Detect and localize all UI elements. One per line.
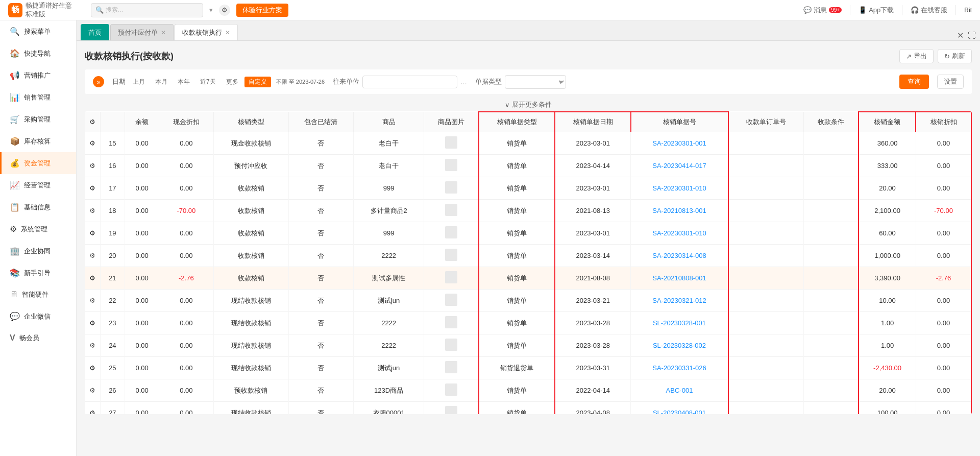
cell-receipt-order [728,222,804,245]
partner-input[interactable] [362,76,457,88]
logo-icon: 畅 [8,3,22,17]
cell-doc-no[interactable]: ABC-001 [631,379,728,402]
online-service-btn[interactable]: 🎧 在线客服 [911,6,947,15]
cell-doc-no[interactable]: SA-20230414-017 [631,155,728,177]
th-doc-date: 核销单据日期 [555,112,631,132]
sidebar-item-purchase[interactable]: 🛒 采购管理 [0,108,76,130]
custom-option[interactable]: 自定义 [244,77,271,87]
settings-button[interactable]: 设置 [937,75,964,89]
cell-cash-discount: -70.00 [159,200,213,222]
cell-writeoff-type: 收款核销 [213,267,288,290]
cell-receipt-order [728,177,804,200]
cell-doc-no[interactable]: SA-20230301-010 [631,177,728,200]
cell-settings[interactable]: ⚙ [85,200,100,222]
close-window-btn[interactable]: ✕ [957,31,964,40]
expand-more-conditions[interactable]: ∨ 展开更多条件 [85,98,972,111]
sidebar-item-search[interactable]: 🔍 搜索菜单 [0,20,76,42]
gear-button[interactable]: ⚙ [219,5,230,16]
cell-doc-no[interactable]: SL-20230408-001 [631,402,728,415]
cell-balance: 0.00 [125,132,159,155]
expand-icon: » [96,78,100,86]
tab-home[interactable]: 首页 [81,24,109,40]
messages-btn[interactable]: 💬 消息 99+ [803,6,842,15]
cell-include-settled: 否 [288,245,353,267]
sidebar-item-inventory[interactable]: 📦 库存核算 [0,130,76,152]
sidebar-item-quicknav[interactable]: 🏠 快捷导航 [0,42,76,64]
tab-receipt-writeoff[interactable]: 收款核销执行 ✕ [175,24,238,40]
cell-goods-img [424,245,479,267]
last-7days-option[interactable]: 近7天 [196,77,220,87]
cell-writeoff-type: 收款核销 [213,222,288,245]
cell-doc-no[interactable]: SA-20230331-026 [631,357,728,379]
cell-doc-no[interactable]: SL-20230328-002 [631,334,728,357]
sidebar-item-basic-info[interactable]: 📋 基础信息 [0,196,76,218]
solution-button[interactable]: 休验行业方案 [236,4,288,17]
sidebar-item-system[interactable]: ⚙ 系统管理 [0,218,76,240]
cell-include-settled: 否 [288,402,353,415]
cell-settings[interactable]: ⚙ [85,155,100,177]
cell-doc-no[interactable]: SA-20230314-008 [631,245,728,267]
top-search[interactable]: 🔍 搜索... [91,3,203,17]
sidebar-item-label: 企业微信 [24,312,51,321]
cell-doc-no[interactable]: SA-20210813-001 [631,200,728,222]
cell-settings[interactable]: ⚙ [85,312,100,334]
cell-goods: 测试jun [354,290,424,312]
sidebar-item-finance[interactable]: 💰 资金管理 [0,152,76,174]
cell-include-settled: 否 [288,379,353,402]
filter-expand-button[interactable]: » [93,76,104,87]
cell-goods: 999 [354,222,424,245]
th-cash-discount: 现金折扣 [159,112,213,132]
query-button[interactable]: 查询 [899,75,929,89]
refresh-button[interactable]: ↻ 刷新 [938,49,972,63]
cell-settings[interactable]: ⚙ [85,222,100,245]
sidebar-item-vip[interactable]: V 畅会员 [0,327,76,349]
this-month-option[interactable]: 本月 [151,77,172,87]
cell-doc-no[interactable]: SL-20230328-001 [631,312,728,334]
prepay-tab-close[interactable]: ✕ [161,29,166,36]
dropdown-arrow[interactable]: ▾ [209,6,213,14]
sidebar-item-wechat[interactable]: 💬 企业微信 [0,305,76,327]
cell-settings[interactable]: ⚙ [85,132,100,155]
sidebar-item-marketing[interactable]: 📢 营销推广 [0,64,76,86]
sidebar-item-smart-hw[interactable]: 🖥 智能硬件 [0,284,76,305]
cell-cash-discount: 0.00 [159,155,213,177]
message-icon: 💬 [803,6,812,14]
cell-cash-discount: 0.00 [159,402,213,415]
maximize-window-btn[interactable]: ⛶ [968,31,976,40]
cell-settings[interactable]: ⚙ [85,177,100,200]
cell-settings[interactable]: ⚙ [85,245,100,267]
receipt-tab-close[interactable]: ✕ [225,29,230,36]
sidebar-item-beginner[interactable]: 📚 新手引导 [0,262,76,284]
cell-doc-no[interactable]: SA-20230301-010 [631,222,728,245]
cell-receipt-cond [804,379,859,402]
cell-doc-no[interactable]: SA-20230321-012 [631,290,728,312]
cell-balance: 0.00 [125,245,159,267]
cell-cash-discount: 0.00 [159,222,213,245]
cell-settings[interactable]: ⚙ [85,334,100,357]
sidebar-item-sales[interactable]: 📊 销售管理 [0,86,76,108]
sidebar-item-operations[interactable]: 📈 经营管理 [0,174,76,196]
last-month-option[interactable]: 上月 [129,77,149,87]
export-button[interactable]: ↗ 导出 [899,49,934,63]
cell-row-num: 19 [100,222,125,245]
sidebar-item-collab[interactable]: 🏢 企业协同 [0,240,76,262]
cell-balance: 0.00 [125,334,159,357]
this-year-option[interactable]: 本年 [174,77,194,87]
cell-settings[interactable]: ⚙ [85,402,100,415]
table-header-row: ⚙ 余额 现金折扣 核销类型 包含已结清 商品 商品图片 核销单据类型 核销单据… [85,112,971,132]
cell-doc-no[interactable]: SA-20210808-001 [631,267,728,290]
tab-prepay[interactable]: 预付冲应付单 ✕ [110,24,174,40]
cell-settings[interactable]: ⚙ [85,290,100,312]
table-row: ⚙ 15 0.00 0.00 现金收款核销 否 老白干 销货单 2023-03-… [85,132,971,155]
cell-receipt-cond [804,312,859,334]
app-download-btn[interactable]: 📱 App下载 [859,6,894,15]
th-settings[interactable]: ⚙ [85,112,100,132]
cell-writeoff-type: 收款核销 [213,200,288,222]
cell-settings[interactable]: ⚙ [85,379,100,402]
cell-settings[interactable]: ⚙ [85,267,100,290]
page-header: 收款核销执行(按收款) ↗ 导出 ↻ 刷新 [85,49,972,63]
doctype-select[interactable] [505,75,566,89]
more-option[interactable]: 更多 [222,77,242,87]
cell-doc-no[interactable]: SA-20230301-001 [631,132,728,155]
cell-settings[interactable]: ⚙ [85,357,100,379]
